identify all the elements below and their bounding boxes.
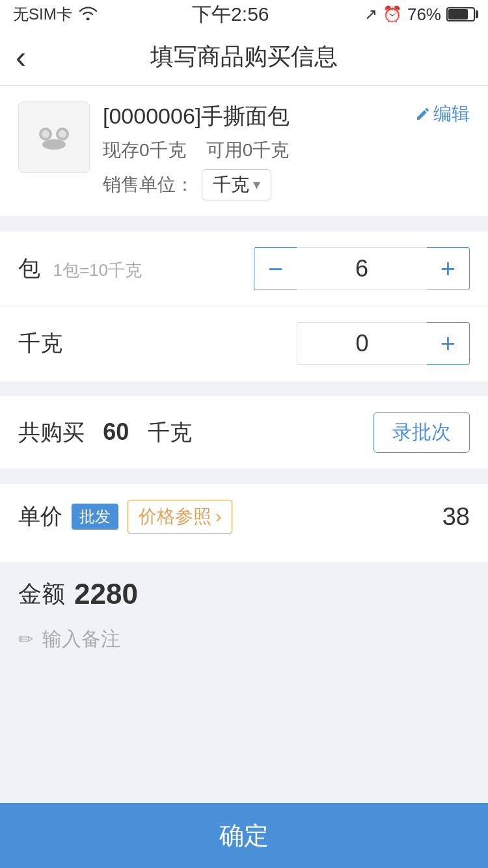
edit-button[interactable]: 编辑 <box>415 102 470 126</box>
package-input[interactable] <box>297 247 427 290</box>
alarm-icon: ⏰ <box>383 5 402 23</box>
price-ref-button[interactable]: 价格参照 › <box>128 500 232 534</box>
price-section: 单价 批发 价格参照 › 38 <box>0 484 488 562</box>
available-label: 可用0千克 <box>206 140 290 160</box>
package-row: 包 1包=10千克 − + <box>0 232 488 306</box>
status-bar: 无SIM卡 下午2:56 ↗ ⏰ 76% <box>0 0 488 29</box>
unit-value: 千克 <box>213 172 249 197</box>
battery-icon <box>446 7 475 21</box>
status-time: 下午2:56 <box>192 1 269 28</box>
separator-3 <box>0 476 488 484</box>
svg-point-2 <box>42 139 66 150</box>
package-minus-button[interactable]: − <box>254 247 297 290</box>
amount-value: 2280 <box>74 578 138 610</box>
kg-controls: + <box>297 322 470 365</box>
price-tag: 批发 <box>72 504 118 530</box>
price-value: 38 <box>442 503 470 531</box>
record-batch-button[interactable]: 录批次 <box>373 412 470 453</box>
confirm-label: 确定 <box>219 819 269 852</box>
package-plus-button[interactable]: + <box>427 247 470 290</box>
amount-section: 金额 2280 ✏ 输入备注 <box>0 562 488 679</box>
package-controls: − + <box>254 247 470 290</box>
product-name-row: [0000006]手撕面包 编辑 <box>103 102 470 131</box>
status-right: ↗ ⏰ 76% <box>364 5 475 25</box>
product-stock: 现存0千克 可用0千克 <box>103 138 470 163</box>
total-text: 共购买 60 千克 <box>18 418 192 448</box>
sim-label: 无SIM卡 <box>13 4 72 25</box>
price-row: 单价 批发 价格参照 › 38 <box>18 500 470 534</box>
separator-1 <box>0 224 488 232</box>
svg-point-4 <box>59 130 66 138</box>
kg-label: 千克 <box>18 329 297 359</box>
page-title: 填写商品购买信息 <box>150 41 338 73</box>
package-sub-label: 1包=10千克 <box>53 260 142 280</box>
total-unit: 千克 <box>148 420 192 444</box>
edit-label: 编辑 <box>433 102 470 126</box>
back-button[interactable]: ‹ <box>16 39 26 75</box>
total-label: 共购买 <box>18 420 85 444</box>
confirm-button[interactable]: 确定 <box>0 803 488 868</box>
separator-2 <box>0 388 488 396</box>
remark-row[interactable]: ✏ 输入备注 <box>18 626 470 653</box>
product-unit-row: 销售单位： 千克 ▾ <box>103 169 470 200</box>
amount-row: 金额 2280 <box>18 578 470 610</box>
product-thumbnail <box>18 102 90 173</box>
battery-percent: 76% <box>407 5 441 25</box>
product-name: [0000006]手撕面包 <box>103 102 290 131</box>
stock-label: 现存0千克 <box>103 140 186 160</box>
nav-bar: ‹ 填写商品购买信息 <box>0 29 488 86</box>
amount-label: 金额 <box>18 578 65 610</box>
total-value: 60 <box>103 418 129 445</box>
price-ref-label: 价格参照 <box>139 504 211 529</box>
remark-placeholder: 输入备注 <box>42 626 120 653</box>
price-label: 单价 <box>18 502 62 532</box>
unit-label: 销售单位： <box>103 172 194 197</box>
pencil-icon: ✏ <box>18 629 33 650</box>
status-left: 无SIM卡 <box>13 4 97 25</box>
unit-dropdown-icon: ▾ <box>253 176 260 193</box>
location-icon: ↗ <box>364 5 377 23</box>
wifi-icon <box>79 5 97 25</box>
kg-input[interactable] <box>297 322 427 365</box>
total-section: 共购买 60 千克 录批次 <box>0 396 488 468</box>
kg-row: 千克 + <box>0 306 488 381</box>
product-info: [0000006]手撕面包 编辑 现存0千克 可用0千克 销售单位： 千克 ▾ <box>103 102 470 200</box>
kg-plus-button[interactable]: + <box>427 322 470 365</box>
price-ref-arrow: › <box>215 506 221 527</box>
unit-select[interactable]: 千克 ▾ <box>202 169 271 200</box>
package-label: 包 1包=10千克 <box>18 254 254 284</box>
svg-point-3 <box>42 130 49 138</box>
product-card: [0000006]手撕面包 编辑 现存0千克 可用0千克 销售单位： 千克 ▾ <box>0 86 488 216</box>
quantity-section: 包 1包=10千克 − + 千克 + <box>0 232 488 381</box>
